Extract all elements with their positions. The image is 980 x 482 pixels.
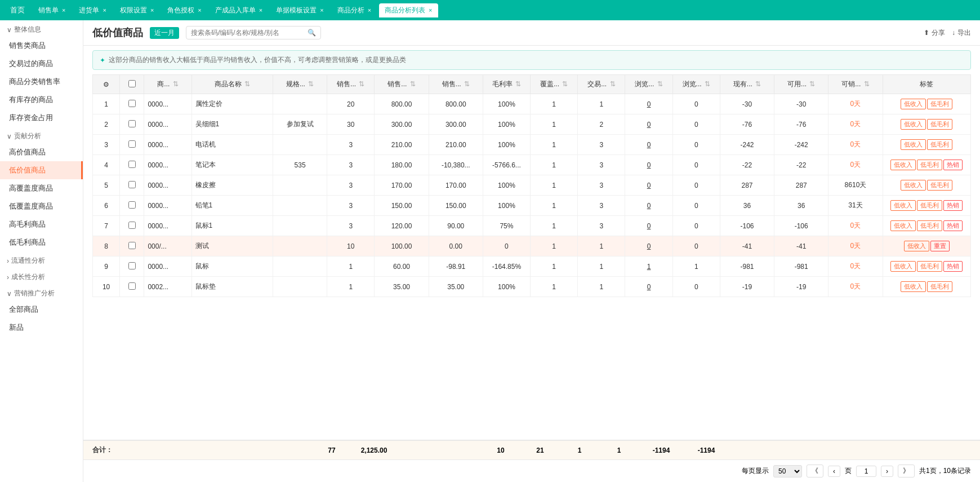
nav-permission[interactable]: 权限设置×	[114, 3, 159, 17]
sidebar-item-low-margin[interactable]: 低毛利商品	[0, 233, 83, 251]
current-col-header[interactable]: 现有... ⇅	[720, 75, 774, 94]
nav-role[interactable]: 角色授权×	[162, 3, 207, 17]
sidebar-item-stock-capital[interactable]: 库存资金占用	[0, 109, 83, 127]
row-gross-rate: 0	[483, 236, 530, 257]
settings-col-header[interactable]: ⚙	[93, 75, 120, 94]
sale-qty-col-header[interactable]: 销售... ⇅	[327, 75, 375, 94]
row-browse1[interactable]: 0	[625, 216, 672, 236]
browse1-value[interactable]: 0	[647, 222, 651, 230]
row-browse1[interactable]: 0	[625, 236, 672, 257]
nav-close-sales[interactable]: ×	[62, 7, 65, 14]
spec-col-header[interactable]: 规格... ⇅	[273, 75, 327, 94]
sidebar-item-new-goods[interactable]: 新品	[0, 319, 83, 337]
sellable-col-header[interactable]: 可销... ⇅	[828, 75, 883, 94]
sidebar-group-flow[interactable]: › 流通性分析	[0, 251, 83, 268]
browse1-value[interactable]: 0	[647, 182, 651, 189]
nav-close-purchase[interactable]: ×	[103, 7, 106, 14]
sidebar-group-overall[interactable]: ∨ 整体信息	[0, 20, 83, 37]
browse1-value[interactable]: 0	[647, 202, 651, 210]
sidebar-item-high-coverage[interactable]: 高覆盖度商品	[0, 179, 83, 197]
nav-analysis[interactable]: 商品分析×	[332, 3, 377, 17]
sale-amt2-col-header[interactable]: 销售... ⇅	[429, 75, 483, 94]
row-browse1[interactable]: 1	[625, 257, 672, 277]
days-value: 0天	[850, 262, 861, 270]
sidebar-item-category-rate[interactable]: 商品分类销售率	[0, 73, 83, 91]
nav-analysis-list[interactable]: 商品分析列表×	[379, 3, 438, 17]
row-sale-qty: 3	[327, 175, 375, 196]
search-input[interactable]	[191, 29, 304, 37]
sale-amt-col-header[interactable]: 销售... ⇅	[375, 75, 429, 94]
nav-close-role[interactable]: ×	[198, 7, 201, 14]
row-gross-rate: 100%	[483, 135, 530, 155]
row-checkbox[interactable]	[128, 201, 136, 209]
browse1-value[interactable]: 0	[647, 283, 651, 291]
nav-product-in[interactable]: 产成品入库单×	[210, 3, 268, 17]
last-page-btn[interactable]: 》	[898, 465, 915, 477]
browse1-value[interactable]: 0	[647, 161, 651, 169]
browse1-value[interactable]: 0	[647, 121, 651, 129]
row-checkbox[interactable]	[128, 282, 136, 290]
browse2-col-header[interactable]: 浏览... ⇅	[672, 75, 720, 94]
code-col-header[interactable]: 商... ⇅	[144, 75, 191, 94]
sidebar-group-growth[interactable]: › 成长性分析	[0, 268, 83, 284]
row-browse1[interactable]: 0	[625, 277, 672, 297]
sidebar-item-sales-goods[interactable]: 销售类商品	[0, 37, 83, 55]
share-button[interactable]: ⬆ 分享	[924, 28, 945, 38]
row-sellable: 0天	[828, 257, 883, 277]
row-checkbox[interactable]	[128, 161, 136, 168]
sidebar-item-stocked-goods[interactable]: 有库存的商品	[0, 91, 83, 109]
sidebar-item-high-value[interactable]: 高价值商品	[0, 143, 83, 161]
sidebar-item-low-value[interactable]: 低价值商品	[0, 161, 83, 179]
nav-sales[interactable]: 销售单×	[33, 3, 71, 17]
sidebar-group-contribution[interactable]: ∨ 贡献分析	[0, 127, 83, 143]
table-row: 3 0000... 电话机 3 210.00 210.00 100% 1 3 0…	[93, 135, 971, 155]
name-col-header[interactable]: 商品名称 ⇅	[191, 75, 273, 94]
browse1-col-header[interactable]: 浏览... ⇅	[625, 75, 672, 94]
nav-close-product-in[interactable]: ×	[259, 7, 262, 14]
row-browse1[interactable]: 0	[625, 155, 672, 175]
row-checkbox[interactable]	[128, 222, 136, 229]
sidebar: ∨ 整体信息 销售类商品 交易过的商品 商品分类销售率 有库存的商品 库存资金占…	[0, 20, 83, 482]
gross-col-header[interactable]: 毛利率 ⇅	[483, 75, 530, 94]
browse1-value[interactable]: 0	[647, 100, 651, 108]
row-checkbox[interactable]	[128, 262, 136, 269]
search-icon[interactable]: 🔍	[308, 29, 316, 37]
avail-col-header[interactable]: 可用... ⇅	[774, 75, 828, 94]
nav-close-analysis[interactable]: ×	[368, 7, 371, 14]
sidebar-group-marketing[interactable]: ∨ 营销推广分析	[0, 284, 83, 300]
row-browse1[interactable]: 0	[625, 196, 672, 216]
nav-close-template[interactable]: ×	[320, 7, 323, 14]
tag-badge: 重置	[930, 241, 950, 251]
sidebar-item-high-margin[interactable]: 高毛利商品	[0, 215, 83, 233]
select-all-checkbox[interactable]	[128, 80, 136, 87]
row-browse1[interactable]: 0	[625, 175, 672, 196]
export-button[interactable]: ↓ 导出	[952, 28, 971, 38]
row-checkbox[interactable]	[128, 181, 136, 188]
nav-purchase[interactable]: 进货单×	[73, 3, 112, 17]
row-browse1[interactable]: 0	[625, 94, 672, 114]
first-page-btn[interactable]: 《	[807, 465, 823, 477]
per-page-select[interactable]: 50 100 200	[773, 465, 802, 477]
nav-close-analysis-list[interactable]: ×	[429, 7, 432, 14]
sidebar-item-traded-goods[interactable]: 交易过的商品	[0, 55, 83, 73]
sidebar-item-low-coverage[interactable]: 低覆盖度商品	[0, 197, 83, 215]
nav-template[interactable]: 单据模板设置×	[270, 3, 329, 17]
browse1-value[interactable]: 1	[647, 263, 651, 271]
row-browse1[interactable]: 0	[625, 135, 672, 155]
browse1-value[interactable]: 0	[647, 141, 651, 149]
row-checkbox[interactable]	[128, 242, 136, 249]
next-page-btn[interactable]: ›	[881, 466, 893, 477]
prev-page-btn[interactable]: ‹	[828, 466, 840, 477]
row-checkbox[interactable]	[128, 140, 136, 148]
nav-home[interactable]: 首页	[5, 3, 30, 17]
sidebar-item-all-goods[interactable]: 全部商品	[0, 300, 83, 319]
filter-tag-button[interactable]: 近一月	[150, 27, 179, 39]
nav-close-permission[interactable]: ×	[150, 7, 154, 14]
cover-col-header[interactable]: 覆盖... ⇅	[531, 75, 578, 94]
row-browse1[interactable]: 0	[625, 114, 672, 135]
row-checkbox[interactable]	[128, 120, 136, 127]
trade-col-header[interactable]: 交易... ⇅	[578, 75, 625, 94]
row-checkbox[interactable]	[128, 100, 136, 107]
page-input[interactable]	[856, 466, 876, 477]
browse1-value[interactable]: 0	[647, 242, 651, 250]
